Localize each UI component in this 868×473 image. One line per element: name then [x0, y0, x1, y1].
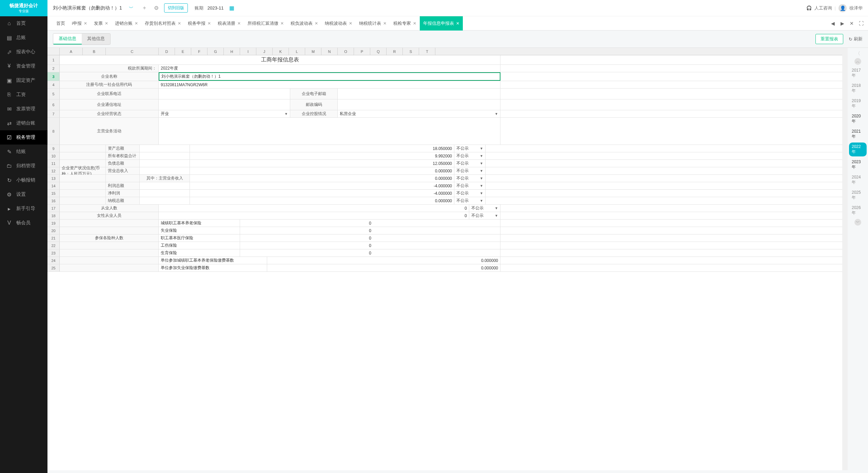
- close-icon[interactable]: ✕: [178, 21, 181, 26]
- close-icon[interactable]: ✕: [456, 21, 459, 26]
- calendar-icon[interactable]: ▦: [228, 3, 236, 13]
- year-item-2017年[interactable]: 2017年: [849, 66, 867, 80]
- col-header-E[interactable]: E: [175, 48, 191, 55]
- asset-value[interactable]: 0.000000: [190, 197, 454, 204]
- sidebar-item-0[interactable]: ⌂首页: [0, 16, 47, 31]
- year-up-icon[interactable]: ︿: [854, 58, 861, 65]
- tab-0[interactable]: 首页: [53, 16, 68, 31]
- period-value[interactable]: 2022年度: [159, 65, 500, 72]
- row-header-7[interactable]: 7: [47, 110, 60, 117]
- close-icon[interactable]: ✕: [349, 21, 352, 26]
- horizontal-scrollbar[interactable]: [47, 465, 842, 470]
- row-header-22[interactable]: 22: [47, 242, 60, 249]
- row-header-6[interactable]: 6: [47, 99, 60, 110]
- cell-value[interactable]: 0.000000: [267, 264, 500, 271]
- row-header-24[interactable]: 24: [47, 257, 60, 264]
- switch-old-button[interactable]: 切到旧版: [164, 3, 188, 13]
- col-header-F[interactable]: F: [191, 48, 208, 55]
- cell-input[interactable]: [159, 89, 290, 99]
- close-icon[interactable]: ✕: [135, 21, 138, 26]
- vertical-scrollbar[interactable]: [842, 48, 848, 470]
- sidebar-item-8[interactable]: ☑税务管理: [0, 130, 47, 145]
- tab-9[interactable]: 纳税波动表✕: [321, 16, 356, 31]
- gear-icon[interactable]: ⚙: [153, 3, 160, 13]
- insurance-value[interactable]: 0: [240, 249, 500, 257]
- year-item-2024年[interactable]: 2024年: [849, 173, 867, 187]
- col-header-T[interactable]: T: [419, 48, 435, 55]
- insurance-value[interactable]: 0: [240, 242, 500, 249]
- avatar[interactable]: 👤: [839, 4, 847, 12]
- disclosure-dropdown[interactable]: 不公示▼: [454, 167, 486, 174]
- cell-input[interactable]: [338, 89, 500, 99]
- col-header-J[interactable]: J: [256, 48, 273, 55]
- disclosure-dropdown[interactable]: 不公示▼: [454, 160, 486, 167]
- refresh-button[interactable]: ↻ 刷新: [849, 36, 863, 42]
- close-icon[interactable]: ✕: [383, 21, 387, 26]
- row-header-9[interactable]: 9: [47, 145, 60, 152]
- disclosure-dropdown[interactable]: 不公示▼: [454, 182, 486, 189]
- col-header-L[interactable]: L: [289, 48, 305, 55]
- status-dropdown[interactable]: 开业▼: [159, 110, 290, 117]
- row-header-11[interactable]: 11: [47, 160, 60, 167]
- close-icon[interactable]: ✕: [208, 21, 211, 26]
- sidebar-item-3[interactable]: ¥资金管理: [0, 59, 47, 73]
- reg-code-value[interactable]: 91320811MA7NGR2W6R: [159, 81, 500, 88]
- row-header-18[interactable]: 18: [47, 212, 60, 219]
- row-header-4[interactable]: 4: [47, 81, 60, 88]
- tab-1[interactable]: i申报✕: [68, 16, 91, 31]
- tab-5[interactable]: 税务申报✕: [184, 16, 214, 31]
- tab-3[interactable]: 进销台账✕: [112, 16, 141, 31]
- account-dropdown-icon[interactable]: ﹀: [126, 5, 136, 11]
- year-item-2021年[interactable]: 2021年: [849, 127, 867, 141]
- tab-12[interactable]: 年报信息申报表✕: [420, 16, 463, 31]
- col-header-N[interactable]: N: [321, 48, 338, 55]
- row-header-13[interactable]: 13: [47, 175, 60, 182]
- tab-prev-icon[interactable]: ◀: [829, 19, 837, 27]
- col-header-M[interactable]: M: [305, 48, 321, 55]
- disclosure-dropdown[interactable]: 不公示▼: [454, 190, 486, 197]
- sidebar-item-1[interactable]: ▤总账: [0, 31, 47, 45]
- year-item-2023年[interactable]: 2023年: [849, 158, 867, 172]
- cell-input[interactable]: [338, 99, 500, 110]
- col-header-K[interactable]: K: [273, 48, 289, 55]
- reset-report-button[interactable]: 重置报表: [815, 34, 843, 44]
- tab-10[interactable]: 纳税统计表✕: [356, 16, 390, 31]
- year-item-2022年[interactable]: 2022年: [849, 143, 867, 156]
- sidebar-item-4[interactable]: ▣固定资产: [0, 73, 47, 88]
- year-down-icon[interactable]: ﹀: [854, 219, 861, 226]
- plus-icon[interactable]: ＋: [140, 3, 149, 13]
- col-header-S[interactable]: S: [403, 48, 419, 55]
- year-item-2025年[interactable]: 2025年: [849, 188, 867, 202]
- asset-value[interactable]: -4.000000: [190, 190, 454, 197]
- sidebar-item-13[interactable]: ▸新手引导: [0, 202, 47, 216]
- close-icon[interactable]: ✕: [84, 21, 87, 26]
- row-header-1[interactable]: 1: [47, 55, 60, 64]
- sidebar-item-7[interactable]: ⇄进销台账: [0, 116, 47, 130]
- col-header-C[interactable]: C: [106, 48, 159, 55]
- row-header-5[interactable]: 5: [47, 89, 60, 99]
- insurance-value[interactable]: 0: [240, 234, 500, 242]
- close-icon[interactable]: ✕: [105, 21, 108, 26]
- asset-value[interactable]: -4.000000: [190, 182, 454, 189]
- disclosure-dropdown[interactable]: 不公示▼: [469, 212, 500, 219]
- sidebar-item-11[interactable]: ↻小畅报销: [0, 173, 47, 187]
- tab-2[interactable]: 发票✕: [91, 16, 112, 31]
- row-header-19[interactable]: 19: [47, 220, 60, 227]
- sidebar-item-2[interactable]: ⬀报表中心: [0, 45, 47, 59]
- grid-body[interactable]: 1工商年报信息表2税款所属期间：2022年度3企业名称刘小艳演示账套（勿删勿动！…: [47, 55, 842, 465]
- tab-next-icon[interactable]: ▶: [838, 19, 846, 27]
- close-icon[interactable]: ✕: [413, 21, 416, 26]
- year-item-2020年[interactable]: 2020年: [849, 112, 867, 126]
- cell-value[interactable]: 0.000000: [267, 257, 500, 264]
- subtab-1[interactable]: 其他信息: [82, 34, 110, 44]
- sidebar-item-14[interactable]: V畅会员: [0, 216, 47, 230]
- insurance-value[interactable]: 0: [240, 220, 500, 227]
- insurance-value[interactable]: 0: [240, 227, 500, 234]
- row-header-16[interactable]: 16: [47, 197, 60, 204]
- asset-value[interactable]: 18.050000: [190, 145, 454, 152]
- row-header-12[interactable]: 12: [47, 167, 60, 174]
- row-header-8[interactable]: 8: [47, 118, 60, 145]
- cell-input[interactable]: [159, 99, 290, 110]
- main-biz-input[interactable]: [159, 118, 500, 145]
- tab-close-all-icon[interactable]: ✕: [848, 19, 856, 27]
